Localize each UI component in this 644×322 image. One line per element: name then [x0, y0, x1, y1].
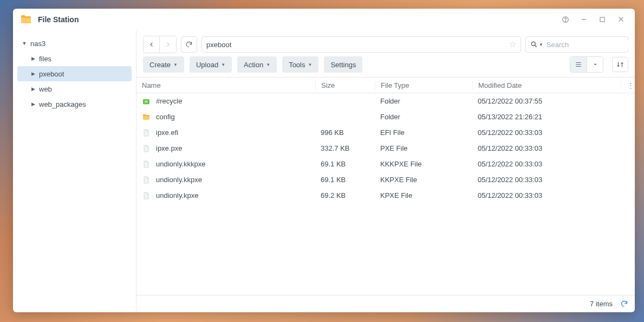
col-header-name[interactable]: Name: [136, 81, 315, 89]
table-row[interactable]: ipxe.efi996 KBEFI File05/12/2022 00:33:0…: [136, 125, 635, 140]
file-name: undionly.kpxe: [156, 191, 199, 199]
search-box: ▼: [525, 36, 628, 53]
chevron-right-icon: ▶: [29, 86, 37, 92]
file-type: PXE File: [375, 144, 472, 152]
file-name: config: [156, 113, 175, 121]
nav-history-group: [143, 36, 177, 53]
file-icon: [142, 144, 151, 153]
chevron-right-icon: ▶: [29, 71, 37, 76]
file-type: KPXE File: [375, 191, 472, 199]
tree-item-label: files: [39, 55, 51, 63]
table-row[interactable]: #recycleFolder05/12/2022 00:37:55: [136, 93, 635, 109]
table-row[interactable]: undionly.kkkpxe69.1 KBKKKPXE File05/12/2…: [136, 156, 635, 172]
sidebar: ▼ nas3 ▶ files ▶ pxeboot ▶ web ▶ web_pac…: [13, 30, 136, 312]
file-name: #recycle: [156, 97, 182, 105]
view-mode-group: [570, 56, 603, 73]
minimize-button[interactable]: [576, 12, 591, 27]
caret-down-icon: ▼: [221, 62, 225, 67]
tools-button[interactable]: Tools▼: [282, 56, 318, 73]
col-menu-button[interactable]: ⋮: [621, 81, 635, 89]
svg-point-4: [531, 42, 535, 46]
file-type: Folder: [375, 97, 472, 105]
file-name: ipxe.pxe: [156, 144, 182, 152]
tree-root-label: nas3: [30, 40, 45, 48]
status-reload-button[interactable]: [620, 300, 628, 308]
col-header-type[interactable]: File Type: [375, 81, 472, 89]
svg-rect-3: [600, 17, 604, 22]
recycle-icon: [142, 97, 151, 106]
chevron-down-icon: ▼: [21, 41, 28, 46]
table-row[interactable]: undionly.kpxe69.2 KBKPXE File05/12/2022 …: [136, 188, 635, 203]
chevron-right-icon: ▶: [29, 101, 37, 107]
svg-rect-2: [582, 19, 586, 20]
folder-icon: [142, 113, 151, 121]
table-row[interactable]: ipxe.pxe332.7 KBPXE File05/12/2022 00:33…: [136, 140, 635, 156]
tree-item-label: pxeboot: [39, 70, 64, 78]
file-modified-date: 05/12/2022 00:33:03: [472, 144, 621, 152]
file-type: KKPXE File: [375, 176, 472, 184]
status-item-count: 7 items: [590, 300, 613, 308]
table-row[interactable]: undionly.kkpxe69.1 KBKKPXE File05/12/202…: [136, 172, 635, 188]
sort-button[interactable]: [612, 57, 628, 72]
help-button[interactable]: [558, 12, 573, 27]
tree-root-nas[interactable]: ▼ nas3: [17, 36, 132, 51]
tree-item-files[interactable]: ▶ files: [17, 51, 132, 66]
view-list-button[interactable]: [570, 57, 587, 72]
file-icon: [142, 191, 151, 200]
view-dropdown-button[interactable]: [587, 57, 603, 72]
file-type: Folder: [375, 113, 472, 121]
toolbar-actions: Create▼ Upload▼ Action▼ Tools▼ Settings: [136, 56, 635, 77]
settings-button[interactable]: Settings: [324, 56, 362, 73]
file-icon: [142, 160, 151, 169]
search-scope-caret-icon[interactable]: ▼: [539, 42, 543, 47]
col-header-date[interactable]: Modified Date: [472, 81, 621, 89]
path-input[interactable]: [206, 41, 509, 49]
upload-button[interactable]: Upload▼: [190, 56, 232, 73]
file-name: undionly.kkkpxe: [156, 160, 206, 168]
table-row[interactable]: configFolder05/13/2022 21:26:21: [136, 109, 635, 125]
file-modified-date: 05/12/2022 00:33:03: [472, 160, 621, 168]
file-table: Name Size File Type Modified Date ⋮ #rec…: [136, 77, 635, 295]
nav-back-button[interactable]: [144, 36, 160, 53]
path-input-wrap: ☆: [201, 36, 521, 53]
file-size: 69.1 KB: [315, 176, 375, 184]
create-button[interactable]: Create▼: [143, 56, 184, 73]
file-name: ipxe.efi: [156, 128, 178, 137]
maximize-button[interactable]: [595, 12, 610, 27]
titlebar: File Station: [13, 9, 635, 30]
file-type: EFI File: [375, 128, 472, 137]
tree-item-label: web_packages: [39, 100, 86, 108]
file-name: undionly.kkpxe: [156, 176, 202, 184]
table-body: #recycleFolder05/12/2022 00:37:55configF…: [136, 93, 635, 295]
action-button[interactable]: Action▼: [237, 56, 277, 73]
col-header-size[interactable]: Size: [315, 81, 375, 89]
file-modified-date: 05/12/2022 00:33:03: [472, 128, 621, 137]
file-size: 69.2 KB: [315, 191, 375, 199]
file-icon: [142, 128, 151, 137]
svg-point-1: [565, 21, 566, 21]
tree-item-web-packages[interactable]: ▶ web_packages: [17, 96, 132, 112]
nav-forward-button[interactable]: [160, 36, 176, 53]
reload-button[interactable]: [181, 36, 197, 53]
file-modified-date: 05/12/2022 00:33:03: [472, 191, 621, 199]
file-size: 996 KB: [315, 128, 375, 137]
search-input[interactable]: [547, 41, 635, 49]
tree-item-web[interactable]: ▶ web: [17, 81, 132, 96]
caret-down-icon: ▼: [308, 62, 313, 67]
table-header: Name Size File Type Modified Date ⋮: [136, 77, 635, 93]
search-icon: [530, 41, 538, 48]
tree-item-pxeboot[interactable]: ▶ pxeboot: [17, 66, 132, 81]
toolbar-navigation: ☆ ▼: [136, 30, 635, 56]
caret-down-icon: ▼: [266, 62, 270, 67]
file-modified-date: 05/13/2022 21:26:21: [472, 113, 621, 121]
file-station-window: File Station ▼ nas3 ▶ files ▶ px: [13, 9, 635, 312]
file-size: 332.7 KB: [315, 144, 375, 152]
file-type: KKKPXE File: [375, 160, 472, 168]
favorite-star-icon[interactable]: ☆: [509, 40, 516, 49]
close-button[interactable]: [613, 12, 628, 27]
main-panel: ☆ ▼ Create▼ Upload▼ Action▼ Tools▼ Setti…: [136, 30, 635, 312]
file-icon: [142, 176, 151, 184]
file-size: 69.1 KB: [315, 160, 375, 168]
tree-item-label: web: [39, 85, 52, 93]
file-modified-date: 05/12/2022 00:33:03: [472, 176, 621, 184]
